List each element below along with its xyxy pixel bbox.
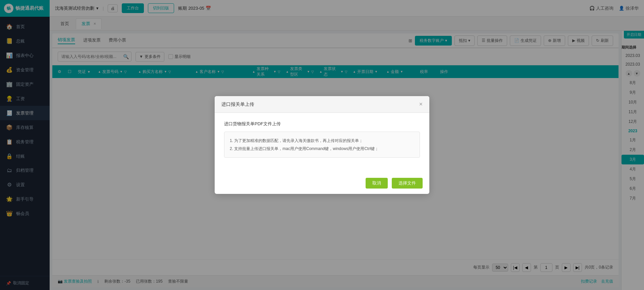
modal-cancel-btn[interactable]: 取消 (366, 178, 388, 189)
modal-info-box: 1. 为了更加精准的数据匹配，请先录入海关缴款书，再上传对应的报关单； 2. 支… (224, 132, 420, 158)
modal-section-title: 进口货物报关单PDF文件上传 (224, 121, 420, 127)
modal-close-btn[interactable]: × (419, 101, 423, 108)
modal-title: 进口报关单上传 (221, 101, 254, 107)
modal-header: 进口报关单上传 × (215, 96, 429, 113)
modal-footer: 取消 选择文件 (215, 172, 429, 194)
modal-overlay: 进口报关单上传 × 进口货物报关单PDF文件上传 1. 为了更加精准的数据匹配，… (0, 0, 644, 290)
modal-body: 进口货物报关单PDF文件上传 1. 为了更加精准的数据匹配，请先录入海关缴款书，… (215, 113, 429, 172)
modal-info-item-2: 2. 支持批量上传进口报关单，mac用户使用Command键，windows用户… (230, 145, 414, 153)
modal-info-item-1: 1. 为了更加精准的数据匹配，请先录入海关缴款书，再上传对应的报关单； (230, 137, 414, 145)
modal-select-file-btn[interactable]: 选择文件 (392, 178, 423, 189)
import-customs-modal: 进口报关单上传 × 进口货物报关单PDF文件上传 1. 为了更加精准的数据匹配，… (215, 96, 429, 194)
